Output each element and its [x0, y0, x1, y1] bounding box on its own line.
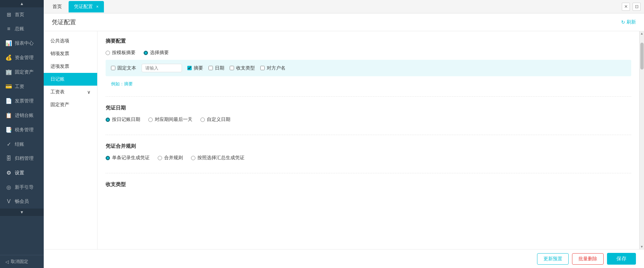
sidebar-item-fund-management[interactable]: 💰 资金管理 — [0, 50, 44, 65]
date-radio-period-last[interactable]: 对应期间最后一天 — [148, 117, 192, 123]
voucher-date-title: 凭证日期 — [106, 105, 631, 111]
update-preview-button[interactable]: 更新预置 — [537, 253, 569, 265]
voucher-date-radio-group: 按日记账日期 对应期间最后一天 自定义日期 — [106, 117, 631, 123]
guide-icon: ◎ — [5, 184, 12, 190]
sidebar-item-archive[interactable]: 🗄 归档管理 — [0, 151, 44, 166]
sidebar-item-home[interactable]: ⊞ 首页 — [0, 7, 44, 22]
home-icon: ⊞ — [5, 11, 12, 18]
window-close-button[interactable]: ✕ — [622, 3, 630, 11]
nav-journal[interactable]: 日记账 — [44, 73, 97, 86]
scroll-up-arrow[interactable]: ▲ — [640, 31, 644, 36]
batch-delete-button[interactable]: 批量删除 — [572, 253, 604, 265]
archive-icon: 🗄 — [5, 155, 12, 162]
sidebar-item-invoice[interactable]: 📄 发票管理 — [0, 94, 44, 108]
scroll-track: ▲ ▼ — [639, 31, 644, 249]
date-radio-custom[interactable]: 自定义日期 — [200, 117, 230, 123]
page-title: 凭证配置 — [52, 18, 76, 26]
tab-actions: ✕ ⊡ — [622, 3, 641, 11]
sidebar-item-fixed-assets[interactable]: 🏢 固定资产 — [0, 65, 44, 79]
tab-bar: 首页 凭证配置 × ✕ ⊡ — [44, 0, 644, 13]
summary-config-title: 摘要配置 — [106, 38, 631, 44]
scroll-down-arrow[interactable]: ▼ — [640, 244, 644, 249]
checkbox-fixed-text[interactable]: 固定文本 — [111, 65, 136, 71]
page-header: 凭证配置 ↻ 刷新 — [44, 13, 644, 31]
sidebar-item-general-ledger[interactable]: ≡ 总账 — [0, 22, 44, 36]
voucher-date-section: 凭证日期 按日记账日期 对应期间最后一天 自定义日期 — [106, 105, 631, 135]
sidebar-item-guide[interactable]: ◎ 新手引导 — [0, 180, 44, 194]
merge-rules-title: 凭证合并规则 — [106, 143, 631, 149]
pin-icon: ◁ — [5, 259, 9, 264]
content-layout: 公共选项 销项发票 进项发票 日记账 工资表 ∨ 固定资产 摘要配置 — [44, 31, 644, 249]
merge-rules-radio-group: 单条记录生成凭证 合并规则 按照选择汇总生成凭证 — [106, 155, 631, 161]
checkbox-income-expense-type[interactable]: 收支类型 — [230, 65, 255, 71]
sidebar-item-tax[interactable]: 📑 税务管理 — [0, 123, 44, 137]
checkout-icon: ✓ — [5, 141, 12, 147]
sidebar-scroll-up[interactable]: ▲ — [0, 0, 44, 7]
fund-icon: 💰 — [5, 54, 12, 61]
merge-radio-merge[interactable]: 合并规则 — [158, 155, 183, 161]
main-area: 首页 凭证配置 × ✕ ⊡ 凭证配置 ↻ 刷新 公共选项 销项发票 进项 — [44, 0, 644, 268]
save-button[interactable]: 保存 — [607, 253, 636, 265]
date-radio-journal[interactable]: 按日记账日期 — [106, 117, 140, 123]
tax-icon: 📑 — [5, 127, 12, 133]
refresh-button[interactable]: ↻ 刷新 — [621, 19, 636, 25]
summary-radio-group: 按模板摘要 选择摘要 — [106, 50, 631, 56]
nav-public-options[interactable]: 公共选项 — [44, 35, 97, 47]
example-text: 例如：摘要 — [106, 80, 631, 88]
tab-home[interactable]: 首页 — [47, 1, 67, 12]
summary-radio-template[interactable]: 按模板摘要 — [106, 50, 136, 56]
nav-purchase-invoice[interactable]: 进项发票 — [44, 60, 97, 73]
chart-icon: 📊 — [5, 40, 12, 46]
refresh-icon: ↻ — [621, 19, 625, 25]
sidebar: ▲ ⊞ 首页 ≡ 总账 📊 报表中心 💰 资金管理 🏢 固定资产 💳 工资 📄 … — [0, 0, 44, 268]
summary-radio-select[interactable]: 选择摘要 — [144, 50, 169, 56]
summary-config-section: 摘要配置 按模板摘要 选择摘要 固定文本 — [106, 38, 631, 97]
sidebar-item-report-center[interactable]: 📊 报表中心 — [0, 36, 44, 50]
window-restore-button[interactable]: ⊡ — [633, 3, 641, 11]
sidebar-item-vip[interactable]: V 畅会员 — [0, 194, 44, 209]
merge-rules-section: 凭证合并规则 单条记录生成凭证 合并规则 按照选择汇总生成凭证 — [106, 143, 631, 173]
fixed-text-input[interactable] — [142, 64, 182, 72]
scroll-thumb[interactable] — [640, 43, 644, 70]
building-icon: 🏢 — [5, 69, 12, 75]
checkbox-counter-party[interactable]: 对方户名 — [260, 65, 286, 71]
purchase-icon: 📋 — [5, 112, 12, 119]
tab-close-button[interactable]: × — [96, 4, 99, 9]
nav-sales-invoice[interactable]: 销项发票 — [44, 47, 97, 60]
income-expense-section: 收支类型 — [106, 181, 631, 201]
checkbox-summary[interactable]: 摘要 — [187, 65, 203, 71]
summary-checkbox-row: 固定文本 摘要 日期 收支类型 — [106, 60, 631, 76]
nav-fixed-assets[interactable]: 固定资产 — [44, 98, 97, 111]
sidebar-item-checkout[interactable]: ✓ 结账 — [0, 137, 44, 151]
settings-icon: ⚙ — [5, 170, 12, 176]
merge-radio-single[interactable]: 单条记录生成凭证 — [106, 155, 150, 161]
sidebar-item-purchase-sales[interactable]: 📋 进销台账 — [0, 108, 44, 123]
tab-voucher-config[interactable]: 凭证配置 × — [69, 1, 104, 12]
vip-icon: V — [5, 198, 12, 205]
right-content: 摘要配置 按模板摘要 选择摘要 固定文本 — [98, 31, 639, 249]
chevron-down-icon: ∨ — [87, 89, 90, 95]
income-expense-title: 收支类型 — [106, 181, 631, 188]
salary-icon: 💳 — [5, 83, 12, 90]
invoice-icon: 📄 — [5, 98, 12, 104]
merge-radio-summary[interactable]: 按照选择汇总生成凭证 — [191, 155, 244, 161]
bottom-bar: 更新预置 批量删除 保存 — [44, 249, 644, 268]
checkbox-date[interactable]: 日期 — [209, 65, 224, 71]
sidebar-item-salary[interactable]: 💳 工资 — [0, 79, 44, 94]
sidebar-item-settings[interactable]: ⚙ 设置 — [0, 166, 44, 180]
left-nav: 公共选项 销项发票 进项发票 日记账 工资表 ∨ 固定资产 — [44, 31, 98, 249]
ledger-icon: ≡ — [5, 26, 12, 32]
cancel-fixed-button[interactable]: ◁ 取消固定 — [0, 255, 44, 268]
nav-payroll[interactable]: 工资表 ∨ — [44, 86, 97, 98]
sidebar-scroll-down[interactable]: ▼ — [0, 209, 44, 216]
